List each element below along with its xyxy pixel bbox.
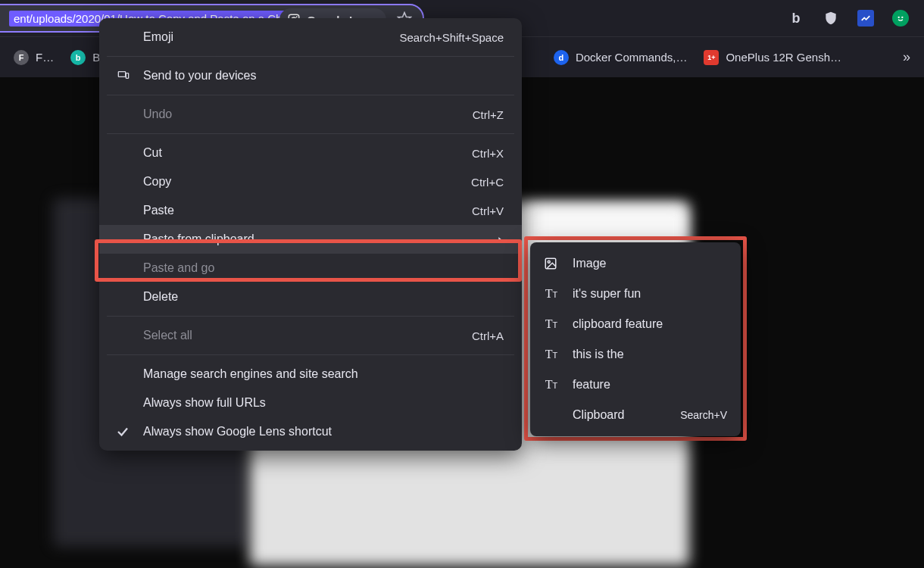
bookmark-label: F… [36, 51, 54, 64]
svg-point-2 [296, 16, 298, 17]
bookmark-label: Docker Commands,… [576, 51, 688, 64]
devices-icon [116, 70, 134, 82]
favicon: 1+ [704, 50, 719, 65]
shield-icon[interactable] [823, 10, 839, 27]
clipboard-item-text[interactable]: TT it's super fun [530, 279, 741, 309]
image-icon [544, 257, 559, 270]
svg-point-5 [901, 17, 903, 18]
bookmark-item[interactable]: F F… [14, 50, 54, 65]
bookmark-item[interactable]: 1+ OnePlus 12R Gensh… [704, 50, 841, 65]
bookmark-label: OnePlus 12R Gensh… [726, 51, 841, 64]
text-icon: TT [544, 287, 559, 301]
menu-copy[interactable]: Copy Ctrl+C [99, 167, 522, 196]
bookmark-item[interactable]: d Docker Commands,… [554, 50, 688, 65]
favicon: b [70, 50, 86, 65]
menu-send-to-devices[interactable]: Send to your devices [99, 61, 522, 90]
clipboard-footer[interactable]: • Clipboard Search+V [530, 400, 741, 430]
menu-paste-and-go: Paste and go [99, 254, 522, 282]
clipboard-submenu: Image TT it's super fun TT clipboard fea… [530, 242, 741, 436]
menu-select-all: Select all Ctrl+A [99, 321, 522, 350]
menu-separator [107, 316, 514, 317]
menu-separator [107, 56, 514, 57]
clipboard-item-text[interactable]: TT clipboard feature [530, 309, 741, 339]
text-icon: TT [544, 348, 559, 361]
svg-rect-7 [126, 73, 128, 79]
text-icon: TT [544, 378, 559, 392]
chart-icon[interactable] [857, 10, 874, 27]
svg-rect-6 [118, 72, 125, 77]
favicon: d [554, 50, 569, 65]
avatar-icon[interactable] [892, 10, 909, 27]
extension-icons: b [788, 10, 924, 27]
chevron-right-icon [496, 234, 504, 245]
menu-paste[interactable]: Paste Ctrl+V [99, 196, 522, 225]
text-icon: TT [544, 317, 559, 331]
menu-separator [107, 354, 514, 355]
check-icon [116, 425, 134, 438]
menu-delete[interactable]: Delete [99, 282, 522, 311]
bing-icon[interactable]: b [788, 10, 804, 27]
favicon: F [14, 50, 29, 65]
clipboard-item-text[interactable]: TT this is the [530, 339, 741, 370]
bookmarks-overflow-icon[interactable]: » [903, 49, 910, 65]
svg-point-4 [898, 17, 900, 18]
context-menu: Emoji Search+Shift+Space Send to your de… [99, 18, 522, 451]
clipboard-item-text[interactable]: TT feature [530, 370, 741, 400]
menu-cut[interactable]: Cut Ctrl+X [99, 139, 522, 167]
menu-manage-search-engines[interactable]: Manage search engines and site search [99, 360, 522, 389]
clipboard-item-image[interactable]: Image [530, 248, 741, 279]
svg-point-9 [548, 261, 550, 263]
menu-always-show-full-urls[interactable]: Always show full URLs [99, 389, 522, 417]
menu-undo: Undo Ctrl+Z [99, 100, 522, 129]
menu-always-show-lens-shortcut[interactable]: Always show Google Lens shortcut [99, 417, 522, 446]
svg-rect-8 [545, 258, 556, 269]
menu-separator [107, 95, 514, 95]
menu-emoji[interactable]: Emoji Search+Shift+Space [99, 23, 522, 51]
menu-separator [107, 133, 514, 134]
menu-paste-from-clipboard[interactable]: Paste from clipboard [99, 225, 522, 254]
